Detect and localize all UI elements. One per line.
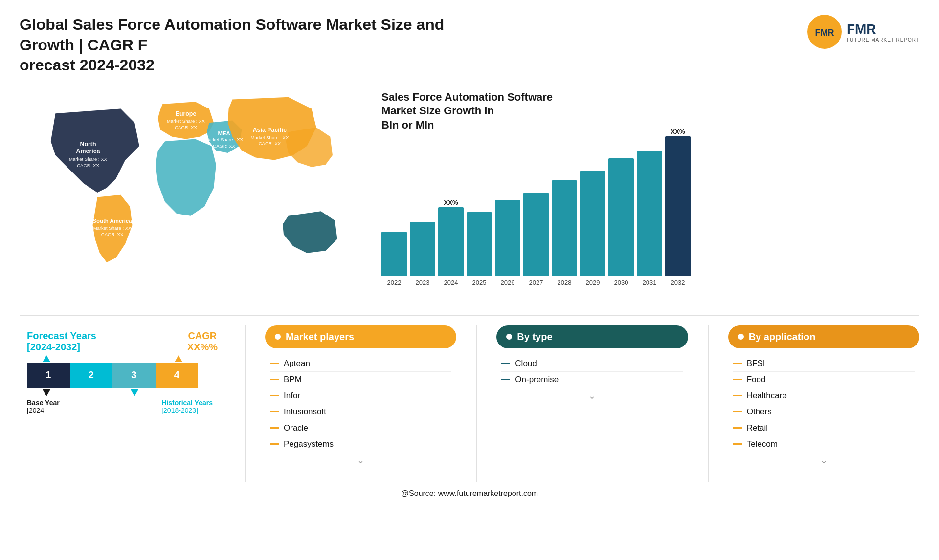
bar-2028 [552, 180, 577, 276]
bar-group-2031: 2031 [637, 142, 662, 286]
forecast-years-title: Forecast Years [27, 330, 96, 342]
list-item: Pegasystems [270, 436, 451, 452]
svg-text:FMR: FMR [815, 28, 834, 38]
market-players-list: Aptean BPM Infor Infusionsoft Oracle [265, 356, 456, 452]
cagr-label: CAGR [187, 330, 218, 342]
list-item: Telecom [733, 436, 915, 452]
segment-2: 2 [70, 363, 113, 388]
scroll-indicator-type: ⌄ [496, 390, 688, 401]
market-players-title: Market players [286, 331, 354, 343]
svg-text:Market Share : XX: Market Share : XX [69, 156, 107, 162]
dash-icon [270, 411, 279, 412]
list-item: Healthcare [733, 388, 915, 404]
bar-2027 [523, 193, 549, 276]
title-line1: Global Sales Force Automation Software M… [20, 16, 444, 54]
by-type-list: Cloud On-premise [496, 356, 688, 388]
vertical-divider-3 [708, 325, 709, 482]
segment-3: 3 [112, 363, 156, 388]
bar-2025 [467, 212, 492, 276]
svg-text:CAGR: XX: CAGR: XX [77, 162, 99, 168]
vertical-divider-2 [476, 325, 477, 482]
dash-icon [270, 395, 279, 396]
map-area: North America Market Share : XX CAGR: XX… [20, 86, 352, 301]
bar-group-2032: XX% 2032 [665, 128, 691, 286]
dash-icon [733, 443, 742, 445]
bar-group-2029: 2029 [580, 162, 605, 286]
svg-text:Europe: Europe [176, 110, 197, 117]
list-item: Oracle [270, 420, 451, 436]
bar-2022 [381, 232, 407, 276]
base-year-label: Base Year [27, 399, 60, 407]
svg-text:CAGR: XX: CAGR: XX [259, 141, 281, 146]
list-item: BFSI [733, 356, 915, 372]
list-item: BPM [270, 372, 451, 388]
scroll-indicator-app: ⌄ [728, 455, 919, 466]
logo-subtitle: FUTURE MARKET REPORT [847, 37, 919, 43]
by-application-header: By application [728, 325, 919, 348]
bottom-section: Forecast Years [2024-2032] CAGR XX%% [20, 325, 919, 482]
bar-group-2023: 2023 [410, 213, 435, 286]
forecast-box: Forecast Years [2024-2032] CAGR XX%% [20, 325, 225, 482]
list-item: Aptean [270, 356, 451, 372]
dash-icon [270, 427, 279, 429]
svg-text:CAGR: XX: CAGR: XX [101, 231, 124, 237]
bar-group-2024: XX% 2024 [438, 199, 464, 286]
cagr-value: XX%% [187, 342, 218, 353]
header-area: Global Sales Force Automation Software M… [20, 15, 919, 76]
svg-text:Market Share : XX: Market Share : XX [205, 137, 243, 142]
scroll-indicator: ⌄ [265, 455, 456, 466]
world-map: North America Market Share : XX CAGR: XX… [20, 86, 352, 281]
by-application-panel: By application BFSI Food Healthcare Oth [728, 325, 919, 482]
title-line2: orecast 2024-2032 [20, 56, 155, 74]
source-footer: @Source: www.futuremarketreport.com [20, 482, 919, 500]
chart-title: Sales Force Automation SoftwareMarket Si… [381, 90, 910, 132]
dash-icon [270, 363, 279, 364]
dash-icon [733, 411, 742, 412]
dash-icon [733, 363, 742, 364]
bar-2030 [608, 158, 634, 276]
bar-2026 [495, 200, 520, 276]
bar-2023 [410, 222, 435, 276]
market-players-dot [275, 334, 281, 340]
bar-group-2027: 2027 [523, 184, 549, 286]
dash-icon [733, 379, 742, 380]
hist-years-label: Historical Years [161, 399, 213, 407]
svg-text:America: America [76, 148, 100, 154]
cagr-arrow-up [175, 355, 182, 362]
dash-icon [733, 427, 742, 429]
bar-2031 [637, 151, 662, 276]
by-application-list: BFSI Food Healthcare Others Retail [728, 356, 919, 452]
logo-area: FMR FMR FUTURE MARKET REPORT [807, 15, 919, 49]
dash-icon [501, 379, 510, 380]
base-year-arrow-down [43, 389, 50, 396]
svg-text:CAGR: XX: CAGR: XX [213, 143, 235, 148]
svg-text:Market Share : XX: Market Share : XX [167, 118, 205, 124]
svg-text:MEA: MEA [218, 130, 230, 136]
chart-area: Sales Force Automation SoftwareMarket Si… [372, 86, 919, 301]
by-application-dot [738, 334, 744, 340]
logo-circle: FMR [807, 15, 842, 49]
svg-text:South America: South America [92, 218, 132, 224]
main-container: Global Sales Force Automation Software M… [0, 0, 939, 560]
market-players-panel: Market players Aptean BPM Infor Infusio [265, 325, 456, 482]
timeline-bar: 1 2 3 4 [27, 363, 198, 388]
forecast-years-value: [2024-2032] [27, 342, 96, 353]
segment-4: 4 [156, 363, 199, 388]
bar-2029 [580, 171, 605, 276]
vertical-divider-1 [245, 325, 246, 482]
by-type-header: By type [496, 325, 688, 348]
svg-text:Asia Pacific: Asia Pacific [253, 127, 287, 133]
bar-2032 [665, 136, 691, 276]
by-type-panel: By type Cloud On-premise ⌄ [496, 325, 688, 482]
hist-years-arrow-down [131, 389, 138, 396]
by-application-title: By application [749, 331, 816, 343]
list-item: Infor [270, 388, 451, 404]
hist-years-value: [2018-2023] [161, 407, 213, 414]
bar-2024 [438, 207, 464, 276]
forecast-arrow-up [43, 355, 50, 362]
source-text: @Source: www.futuremarketreport.com [401, 489, 538, 497]
base-year-value: [2024] [27, 407, 60, 414]
bar-group-2026: 2026 [495, 191, 520, 286]
logo-initials: FMR [847, 22, 919, 37]
by-type-title: By type [517, 331, 552, 343]
